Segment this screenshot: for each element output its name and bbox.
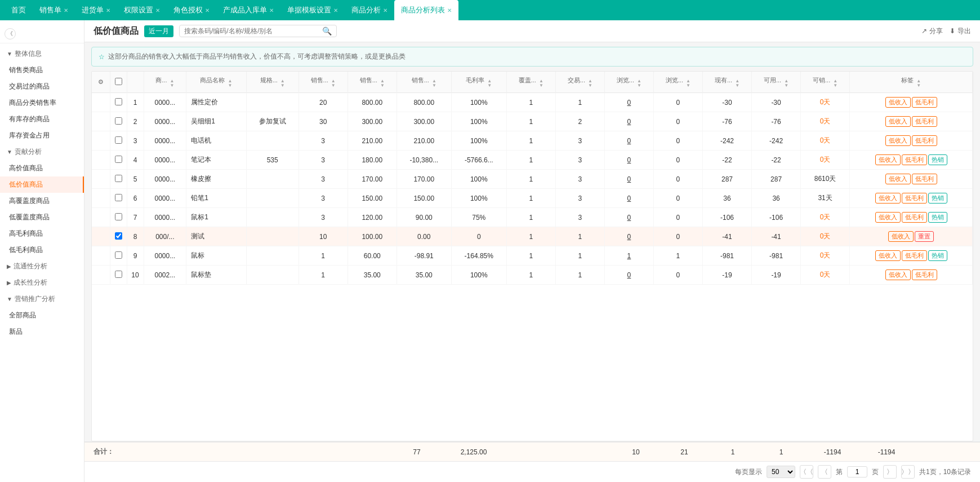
search-icon[interactable]: 🔍	[322, 26, 332, 36]
sidebar-group-marketing[interactable]: ▼ 营销推广分析	[0, 291, 84, 307]
row-view1-link[interactable]: 0	[627, 271, 631, 279]
nav-purchase-close[interactable]: ✕	[106, 7, 110, 14]
sidebar-item-low-value[interactable]: 低价值商品	[0, 176, 84, 193]
column-margin[interactable]: 毛利率 ▲▼	[451, 72, 506, 93]
row-view1-link[interactable]: 0	[627, 194, 631, 202]
row-select-checkbox[interactable]	[115, 175, 122, 182]
nav-sales-close[interactable]: ✕	[64, 7, 68, 14]
sidebar-item-category-rate[interactable]: 商品分类销售率	[0, 95, 84, 111]
row-checkbox[interactable]	[110, 246, 127, 266]
row-select-checkbox[interactable]	[115, 271, 122, 278]
nav-warehouse[interactable]: 产成品入库单 ✕	[216, 0, 280, 20]
sidebar-item-stock-capital[interactable]: 库存资金占用	[0, 127, 84, 144]
nav-product-analysis[interactable]: 商品分析 ✕	[345, 0, 394, 20]
sidebar-item-sales-goods[interactable]: 销售类商品	[0, 62, 84, 78]
row-view1[interactable]: 0	[604, 112, 653, 131]
column-sellable[interactable]: 可销... ▲▼	[801, 72, 850, 93]
sidebar-item-high-coverage[interactable]: 高覆盖度商品	[0, 193, 84, 209]
sidebar-group-contribution[interactable]: ▼ 贡献分析	[0, 144, 84, 160]
row-checkbox[interactable]	[110, 112, 127, 131]
row-view1[interactable]: 0	[604, 266, 653, 285]
row-select-checkbox[interactable]	[115, 156, 122, 163]
column-trade[interactable]: 交易... ▲▼	[555, 72, 604, 93]
row-view1-link[interactable]: 0	[627, 175, 631, 183]
row-select-checkbox[interactable]	[115, 117, 122, 125]
row-checkbox[interactable]	[110, 151, 127, 170]
row-view1-link[interactable]: 0	[627, 118, 631, 126]
row-checkbox[interactable]	[110, 208, 127, 227]
row-checkbox[interactable]	[110, 227, 127, 246]
row-view1[interactable]: 0	[604, 208, 653, 227]
nav-product-analysis-list[interactable]: 商品分析列表 ✕	[394, 0, 458, 20]
sidebar-item-traded-goods[interactable]: 交易过的商品	[0, 78, 84, 95]
sidebar-group-growth[interactable]: ▶ 成长性分析	[0, 275, 84, 291]
time-badge[interactable]: 近一月	[144, 25, 173, 37]
nav-product-analysis-close[interactable]: ✕	[383, 7, 387, 14]
column-current[interactable]: 现有... ▲▼	[702, 72, 751, 93]
nav-roles[interactable]: 角色授权 ✕	[167, 0, 216, 20]
row-select-checkbox[interactable]	[115, 213, 122, 220]
sidebar-item-stock-goods[interactable]: 有库存的商品	[0, 111, 84, 127]
sidebar-group-flow[interactable]: ▶ 流通性分析	[0, 258, 84, 275]
row-checkbox[interactable]	[110, 189, 127, 208]
page-size-select[interactable]: 50 100 200	[767, 466, 795, 478]
nav-warehouse-close[interactable]: ✕	[269, 7, 274, 14]
row-view1[interactable]: 1	[604, 246, 653, 266]
column-view2[interactable]: 浏览... ▲▼	[653, 72, 702, 93]
row-select-checkbox[interactable]	[115, 136, 122, 144]
row-view1-link[interactable]: 0	[627, 137, 631, 145]
sidebar-item-high-value[interactable]: 高价值商品	[0, 160, 84, 176]
row-view1-link[interactable]: 1	[627, 252, 631, 260]
nav-roles-close[interactable]: ✕	[205, 7, 210, 14]
nav-purchase[interactable]: 进货单 ✕	[75, 0, 117, 20]
nav-sales[interactable]: 销售单 ✕	[33, 0, 75, 20]
nav-home[interactable]: 首页	[5, 0, 33, 20]
row-checkbox[interactable]	[110, 266, 127, 285]
nav-product-analysis-list-close[interactable]: ✕	[447, 7, 452, 14]
row-select-checkbox[interactable]	[115, 232, 122, 240]
nav-permissions-close[interactable]: ✕	[155, 7, 160, 14]
row-select-checkbox[interactable]	[115, 194, 122, 201]
column-sale2[interactable]: 销售... ▲▼	[348, 72, 397, 93]
column-view1[interactable]: 浏览... ▲▼	[604, 72, 653, 93]
last-page-btn[interactable]: 〉〉	[901, 465, 915, 479]
row-view1[interactable]: 0	[604, 131, 653, 151]
row-view1[interactable]: 0	[604, 151, 653, 170]
column-tags[interactable]: 标签 ▲▼	[850, 72, 973, 93]
sidebar-item-new-goods[interactable]: 新品	[0, 324, 84, 340]
column-cover[interactable]: 覆盖... ▲▼	[506, 72, 555, 93]
row-view1[interactable]: 0	[604, 189, 653, 208]
column-name[interactable]: 商品名称 ▲▼	[186, 72, 247, 93]
row-select-checkbox[interactable]	[115, 251, 122, 259]
export-button[interactable]: ⬇ 导出	[950, 26, 971, 36]
sidebar-item-high-margin[interactable]: 高毛利商品	[0, 225, 84, 242]
column-spec[interactable]: 规格... ▲▼	[246, 72, 299, 93]
row-view1-link[interactable]: 0	[627, 214, 631, 222]
page-input[interactable]	[847, 466, 867, 477]
column-settings[interactable]: ⚙	[92, 72, 110, 93]
sidebar-collapse-btn[interactable]: 《	[5, 28, 16, 39]
sidebar-item-low-margin[interactable]: 低毛利商品	[0, 242, 84, 258]
search-input[interactable]	[184, 27, 322, 35]
first-page-btn[interactable]: 〈〈	[800, 465, 813, 479]
select-all-checkbox[interactable]	[115, 78, 122, 85]
row-view1[interactable]: 0	[604, 93, 653, 112]
column-checkbox[interactable]	[110, 72, 127, 93]
share-button[interactable]: ↗ 分享	[921, 26, 943, 36]
row-view1-link[interactable]: 0	[627, 156, 631, 164]
row-view1[interactable]: 0	[604, 170, 653, 189]
prev-page-btn[interactable]: 〈	[818, 465, 831, 479]
column-code[interactable]: 商... ▲▼	[144, 72, 186, 93]
nav-template-close[interactable]: ✕	[333, 7, 338, 14]
row-view1-link[interactable]: 0	[627, 99, 631, 107]
sidebar-item-low-coverage[interactable]: 低覆盖度商品	[0, 209, 84, 225]
column-sale3[interactable]: 销售... ▲▼	[397, 72, 451, 93]
column-sale1[interactable]: 销售... ▲▼	[299, 72, 348, 93]
nav-permissions[interactable]: 权限设置 ✕	[117, 0, 167, 20]
next-page-btn[interactable]: 〉	[883, 465, 897, 479]
nav-template[interactable]: 单据模板设置 ✕	[280, 0, 345, 20]
sidebar-group-overall[interactable]: ▼ 整体信息	[0, 46, 84, 62]
row-view1-link[interactable]: 0	[627, 233, 631, 241]
row-checkbox[interactable]	[110, 93, 127, 112]
column-available[interactable]: 可用... ▲▼	[752, 72, 801, 93]
